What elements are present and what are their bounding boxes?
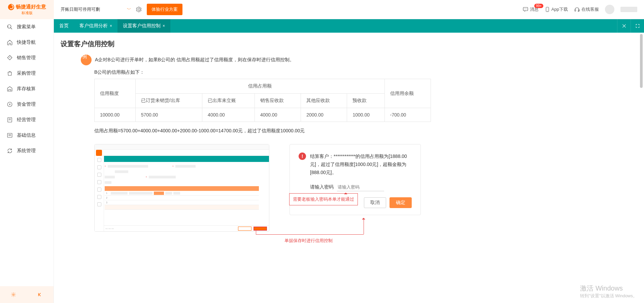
- svg-line-11: [10, 28, 12, 29]
- online-service-label: 在线客服: [581, 6, 599, 12]
- formula-text: 信用占用额=5700.00+4000.00+4000.00+2000.00-10…: [94, 128, 523, 134]
- sidebar-item-label: 经营管理: [17, 117, 36, 123]
- money-icon: ¥: [7, 101, 13, 107]
- close-icon[interactable]: ×: [110, 24, 112, 28]
- illustration-row: ** * 1 2 3 — — —: [94, 144, 523, 232]
- fullscreen-button[interactable]: [631, 19, 644, 33]
- svg-rect-18: [7, 133, 12, 137]
- svg-point-5: [526, 9, 527, 9]
- credit-warning-dialog: ! 结算客户：************的信用占用额为[1888.00元]，超过了…: [290, 144, 421, 215]
- th-balance: 信用用余额: [384, 79, 431, 108]
- settings-gear-button[interactable]: [136, 6, 142, 12]
- account-period-dropdown[interactable]: 开账日期可停用可删 ﹀: [61, 6, 131, 12]
- expand-icon: [635, 24, 640, 28]
- sidebar-item-label: 采购管理: [17, 70, 36, 76]
- report-icon: [7, 117, 13, 123]
- scrollbar-thumb[interactable]: [640, 34, 643, 88]
- chat-icon: [522, 6, 529, 12]
- account-period-label: 开账日期可停用可删: [61, 6, 100, 12]
- tab-credit-analysis[interactable]: 客户信用分析×: [74, 19, 117, 33]
- th-c1: 已订货未销货/出库: [135, 94, 202, 108]
- error-icon: !: [299, 153, 306, 160]
- tab-label: 首页: [59, 23, 69, 29]
- close-all-tabs-button[interactable]: [617, 19, 631, 33]
- arrow-connector: [364, 219, 364, 234]
- cell-c2: 4000.00: [202, 108, 255, 122]
- tab-home[interactable]: 首页: [54, 19, 74, 33]
- top-header: 畅捷通好生意 标准版 开账日期可停用可删 ﹀ 体验行业方案 消息 99+ App…: [0, 0, 644, 19]
- sidebar-collapse-button[interactable]: [37, 292, 43, 298]
- password-input[interactable]: [337, 183, 384, 191]
- app-download-button[interactable]: App下载: [545, 6, 568, 12]
- th-c4: 其他应收款: [301, 94, 347, 108]
- svg-text:¥: ¥: [9, 103, 11, 106]
- sidebar-settings-button[interactable]: [10, 292, 16, 298]
- th-c2: 已出库未立账: [202, 94, 255, 108]
- brand-logo-area[interactable]: 畅捷通好生意 标准版: [0, 0, 54, 19]
- cell-c3: 4000.00: [255, 108, 301, 122]
- credit-table: 信用额度 信用占用额 信用用余额 已订货未销货/出库 已出库未立账 销售应收款 …: [94, 79, 431, 122]
- svg-rect-9: [578, 10, 579, 11]
- sidebar-item-business[interactable]: 经营管理: [0, 112, 54, 128]
- avatar[interactable]: [605, 5, 614, 14]
- password-label: 请输入密码: [310, 184, 334, 190]
- brand-text: 畅捷通好生意: [16, 4, 46, 10]
- bag-icon: [7, 70, 13, 76]
- home-icon: [7, 39, 13, 45]
- ok-button[interactable]: 确定: [389, 197, 412, 208]
- mock-screenshot: ** * 1 2 3 — — —: [94, 144, 269, 232]
- svg-point-7: [547, 11, 547, 11]
- sidebar-item-label: 销售管理: [17, 55, 36, 61]
- search-icon: [7, 24, 13, 30]
- sub-text: B公司的信用额占如下：: [94, 69, 523, 75]
- tab-label: 设置客户信用控制: [123, 23, 161, 29]
- arrow-connector: [256, 234, 364, 235]
- tab-credit-control[interactable]: 设置客户信用控制×: [117, 19, 170, 33]
- cancel-button[interactable]: 取消: [364, 197, 386, 208]
- gear-icon: [136, 6, 142, 12]
- cell-c1: 5700.00: [135, 108, 202, 122]
- tag-icon: [7, 55, 13, 61]
- page-title: 设置客户信用控制: [61, 39, 634, 48]
- svg-point-4: [525, 9, 526, 9]
- cell-balance: -700.00: [384, 108, 431, 122]
- sidebar-item-label: 基础信息: [17, 132, 36, 138]
- sidebar-item-quicknav[interactable]: 快捷导航: [0, 35, 54, 50]
- collapse-icon: [37, 292, 43, 298]
- sidebar-item-label: 库存核算: [17, 86, 36, 92]
- example-badge: 例: [81, 55, 92, 65]
- sidebar-item-basicinfo[interactable]: 基础信息: [0, 128, 54, 143]
- chevron-down-icon: ﹀: [127, 6, 131, 12]
- tabs-bar: 首页 客户信用分析× 设置客户信用控制×: [54, 19, 644, 33]
- online-service-button[interactable]: 在线客服: [574, 6, 599, 12]
- th-credit-limit: 信用额度: [95, 79, 136, 108]
- brand-edition: 标准版: [22, 10, 33, 15]
- brand-icon: [8, 4, 14, 10]
- sidebar-bottom-bar: [0, 286, 54, 303]
- user-name-placeholder[interactable]: [620, 7, 637, 12]
- industry-plan-button[interactable]: 体验行业方案: [147, 4, 182, 15]
- sidebar-item-purchase[interactable]: 采购管理: [0, 66, 54, 81]
- sidebar-item-sales[interactable]: 销售管理: [0, 50, 54, 66]
- app-download-label: App下载: [551, 6, 568, 12]
- sidebar-item-label: 系统管理: [17, 148, 36, 154]
- cell-c5: 1000.00: [347, 108, 384, 122]
- list-icon: [7, 132, 13, 138]
- scrollbar[interactable]: [640, 34, 643, 302]
- sidebar-item-funds[interactable]: ¥ 资金管理: [0, 97, 54, 112]
- close-icon[interactable]: ×: [163, 24, 165, 28]
- sidebar-item-inventory[interactable]: 库存核算: [0, 81, 54, 97]
- sidebar-item-label: 资金管理: [17, 101, 36, 107]
- arrow-connector: [256, 229, 256, 234]
- example-text: A企对B公司进行开单时，如果B公司的 信用占用额超过了信用额度，则在保存时进行信…: [95, 56, 294, 64]
- sidebar-item-label: 快捷导航: [17, 39, 36, 45]
- callout-password-required: 需要老板输入密码本单才能通过: [289, 193, 358, 205]
- sidebar-item-system[interactable]: 系统管理: [0, 143, 54, 159]
- svg-point-21: [13, 294, 14, 296]
- sidebar-item-search[interactable]: 搜索菜单: [0, 19, 54, 35]
- page-body: 设置客户信用控制 例 A企对B公司进行开单时，如果B公司的 信用占用额超过了信用…: [54, 33, 644, 303]
- svg-point-3: [524, 9, 525, 9]
- messages-button[interactable]: 消息 99+: [522, 6, 539, 12]
- gear-icon: [10, 292, 16, 298]
- close-icon: [622, 24, 626, 28]
